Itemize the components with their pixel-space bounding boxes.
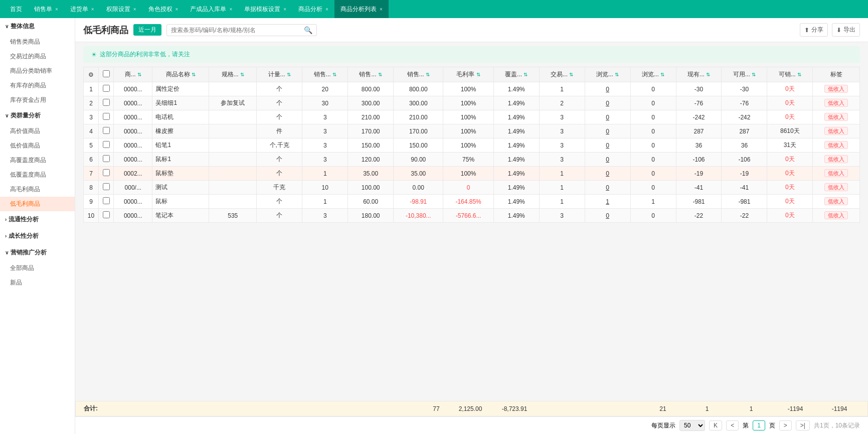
- nav-analysis-list[interactable]: 商品分析列表 ×: [334, 0, 389, 18]
- row-select-checkbox[interactable]: [103, 169, 110, 176]
- row-checkbox[interactable]: [99, 209, 114, 223]
- row-checkbox[interactable]: [99, 96, 114, 110]
- nav-home[interactable]: 首页: [4, 0, 28, 18]
- col-name[interactable]: 商品名称 ⇅: [152, 67, 209, 82]
- col-sellable[interactable]: 可销... ⇅: [767, 67, 813, 82]
- row-select-checkbox[interactable]: [103, 183, 110, 190]
- col-sale-profit[interactable]: 销售... ⇅: [394, 67, 443, 82]
- col-unit[interactable]: 计量... ⇅: [257, 67, 302, 82]
- nav-permissions-close[interactable]: ×: [133, 7, 136, 12]
- sidebar-item-new-goods[interactable]: 新品: [0, 275, 75, 290]
- nav-products-close[interactable]: ×: [229, 7, 232, 12]
- row-checkbox[interactable]: [99, 167, 114, 181]
- share-button[interactable]: ⬆ 分享: [800, 23, 828, 37]
- prev-page-btn[interactable]: <: [726, 420, 739, 430]
- nav-roles-close[interactable]: ×: [176, 7, 179, 12]
- col-view2[interactable]: 浏览... ⇅: [630, 67, 676, 82]
- sidebar-group-cluster-label: 类群量分析: [11, 111, 41, 120]
- row-view1[interactable]: 0: [585, 209, 630, 223]
- row-view1[interactable]: 0: [585, 96, 630, 110]
- sidebar-item-all-goods[interactable]: 全部商品: [0, 261, 75, 275]
- col-coverage[interactable]: 覆盖... ⇅: [493, 67, 539, 82]
- row-checkbox[interactable]: [99, 124, 114, 138]
- col-available[interactable]: 可用... ⇅: [722, 67, 767, 82]
- row-checkbox[interactable]: [99, 181, 114, 195]
- sidebar-group-marketing[interactable]: ∨ 营销推广分析: [0, 244, 75, 261]
- select-all-checkbox[interactable]: [103, 70, 110, 77]
- row-select-checkbox[interactable]: [103, 113, 110, 120]
- row-view1[interactable]: 0: [585, 82, 630, 96]
- col-sale-amount[interactable]: 销售... ⇅: [348, 67, 394, 82]
- nav-analysis-close[interactable]: ×: [325, 7, 328, 12]
- nav-templates[interactable]: 单据模板设置 ×: [238, 0, 292, 18]
- nav-roles[interactable]: 角色授权 ×: [142, 0, 185, 18]
- row-checkbox[interactable]: [99, 153, 114, 167]
- nav-templates-close[interactable]: ×: [283, 7, 286, 12]
- sidebar-item-category-rate[interactable]: 商品分类助销率: [0, 64, 75, 78]
- col-current[interactable]: 现有... ⇅: [676, 67, 722, 82]
- nav-purchase-close[interactable]: ×: [91, 7, 94, 12]
- nav-analysis-list-close[interactable]: ×: [380, 7, 383, 12]
- row-select-checkbox[interactable]: [103, 197, 110, 204]
- sidebar-group-flow[interactable]: › 流通性分析: [0, 211, 75, 228]
- row-view1[interactable]: 0: [585, 181, 630, 195]
- nav-sales-close[interactable]: ×: [55, 7, 58, 12]
- nav-permissions[interactable]: 权限设置 ×: [100, 0, 142, 18]
- col-checkbox[interactable]: [99, 67, 114, 82]
- sidebar-item-sales-goods[interactable]: 销售类商品: [0, 35, 75, 49]
- nav-purchase[interactable]: 进货单 ×: [64, 0, 100, 18]
- export-button[interactable]: ⬇ 导出: [832, 23, 860, 37]
- search-input[interactable]: [171, 27, 302, 34]
- row-coverage: 1.49%: [493, 110, 539, 124]
- row-checkbox[interactable]: [99, 110, 114, 124]
- sidebar-item-low-coverage[interactable]: 低覆盖度商品: [0, 168, 75, 182]
- row-view1[interactable]: 0: [585, 110, 630, 124]
- per-page-select[interactable]: 50 100 200: [679, 420, 705, 431]
- search-box[interactable]: 🔍: [166, 24, 317, 36]
- date-filter-btn[interactable]: 近一月: [133, 24, 161, 36]
- sidebar-item-low-value[interactable]: 低价值商品: [0, 138, 75, 153]
- row-sale-qty: 10: [302, 181, 348, 195]
- sidebar-item-high-value[interactable]: 高价值商品: [0, 124, 75, 138]
- row-checkbox[interactable]: [99, 195, 114, 209]
- col-tag[interactable]: 标签: [813, 67, 860, 82]
- row-view1[interactable]: 0: [585, 167, 630, 181]
- col-settings[interactable]: ⚙: [84, 67, 99, 82]
- row-view1[interactable]: 0: [585, 138, 630, 153]
- row-view1[interactable]: 0: [585, 153, 630, 167]
- sidebar-item-high-margin[interactable]: 高毛利商品: [0, 182, 75, 197]
- row-select-checkbox[interactable]: [103, 99, 110, 106]
- row-select-checkbox[interactable]: [103, 211, 110, 218]
- nav-sales[interactable]: 销售单 ×: [28, 0, 64, 18]
- row-view1[interactable]: 1: [585, 195, 630, 209]
- col-spec[interactable]: 规格... ⇅: [209, 67, 257, 82]
- sidebar-item-low-margin[interactable]: 低毛利商品: [0, 197, 75, 211]
- sidebar-item-traded-goods[interactable]: 交易过的商品: [0, 49, 75, 64]
- search-icon[interactable]: 🔍: [304, 26, 312, 34]
- col-gross-rate[interactable]: 毛利率 ⇅: [443, 67, 493, 82]
- col-sale-qty[interactable]: 销售... ⇅: [302, 67, 348, 82]
- row-transaction: 1: [539, 181, 585, 195]
- row-checkbox[interactable]: [99, 138, 114, 153]
- last-page-btn[interactable]: >|: [796, 420, 810, 430]
- first-page-btn[interactable]: K: [709, 420, 722, 430]
- sidebar-item-stocked-goods[interactable]: 有库存的商品: [0, 78, 75, 93]
- row-select-checkbox[interactable]: [103, 85, 110, 92]
- col-transaction[interactable]: 交易... ⇅: [539, 67, 585, 82]
- row-checkbox[interactable]: [99, 82, 114, 96]
- sidebar-item-capital[interactable]: 库存资金占用: [0, 93, 75, 107]
- sidebar-group-growth[interactable]: › 成长性分析: [0, 228, 75, 244]
- sidebar-group-overall[interactable]: ∨ 整体信息: [0, 18, 75, 35]
- sidebar-item-high-coverage[interactable]: 高覆盖度商品: [0, 153, 75, 168]
- nav-products[interactable]: 产成品入库单 ×: [184, 0, 238, 18]
- row-select-checkbox[interactable]: [103, 155, 110, 162]
- col-code[interactable]: 商... ⇅: [114, 67, 152, 82]
- next-page-btn[interactable]: >: [779, 420, 792, 430]
- row-view1[interactable]: 0: [585, 124, 630, 138]
- sidebar-group-cluster[interactable]: ∨ 类群量分析: [0, 107, 75, 124]
- row-select-checkbox[interactable]: [103, 127, 110, 134]
- col-view1[interactable]: 浏览... ⇅: [585, 67, 630, 82]
- row-select-checkbox[interactable]: [103, 141, 110, 148]
- nav-analysis[interactable]: 商品分析 ×: [292, 0, 334, 18]
- row-gross-rate: 100%: [443, 167, 493, 181]
